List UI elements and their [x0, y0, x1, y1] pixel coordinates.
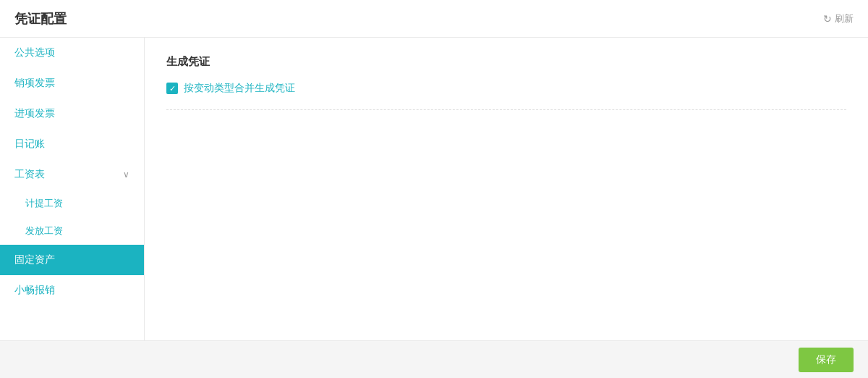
page-footer: 保存 — [0, 340, 868, 378]
sidebar-item-purchase-invoice[interactable]: 进项发票 — [0, 98, 144, 129]
sidebar-item-journal[interactable]: 日记账 — [0, 129, 144, 159]
merge-checkbox[interactable]: ✓ — [166, 83, 178, 94]
refresh-label: 刷新 — [835, 12, 854, 25]
chevron-down-icon: ∨ — [123, 169, 129, 180]
checkbox-row: ✓ 按变动类型合并生成凭证 — [166, 82, 846, 95]
sidebar: 公共选项销项发票进项发票日记账工资表∨计提工资发放工资固定资产小畅报销 — [0, 38, 145, 340]
sidebar-sub-item-pay-payroll[interactable]: 发放工资 — [0, 217, 144, 245]
sidebar-item-label: 日记账 — [14, 138, 45, 151]
sidebar-item-fixed-assets[interactable]: 固定资产 — [0, 245, 144, 275]
sidebar-item-sales-invoice[interactable]: 销项发票 — [0, 68, 144, 98]
page-container: 凭证配置 ↻ 刷新 公共选项销项发票进项发票日记账工资表∨计提工资发放工资固定资… — [0, 0, 868, 378]
save-button[interactable]: 保存 — [799, 348, 854, 372]
checkbox-label: 按变动类型合并生成凭证 — [184, 82, 295, 95]
page-title: 凭证配置 — [14, 10, 67, 28]
refresh-icon: ↻ — [823, 13, 832, 25]
body-container: 公共选项销项发票进项发票日记账工资表∨计提工资发放工资固定资产小畅报销 生成凭证… — [0, 38, 868, 340]
sidebar-item-label: 进项发票 — [14, 107, 55, 120]
sidebar-item-label: 小畅报销 — [14, 284, 55, 297]
divider — [166, 109, 846, 110]
check-mark-icon: ✓ — [169, 85, 176, 93]
refresh-button[interactable]: ↻ 刷新 — [823, 12, 854, 25]
sidebar-item-label: 公共选项 — [14, 46, 55, 59]
page-header: 凭证配置 ↻ 刷新 — [0, 0, 868, 38]
main-content: 生成凭证 ✓ 按变动类型合并生成凭证 — [145, 38, 868, 340]
sidebar-sub-item-calc-payroll[interactable]: 计提工资 — [0, 190, 144, 217]
sidebar-item-label: 销项发票 — [14, 77, 55, 90]
sidebar-item-payroll-table[interactable]: 工资表∨ — [0, 159, 144, 190]
sidebar-item-label: 固定资产 — [14, 253, 55, 266]
sidebar-item-label: 工资表 — [14, 168, 45, 181]
sidebar-item-public-options[interactable]: 公共选项 — [0, 38, 144, 68]
section-title: 生成凭证 — [166, 55, 846, 69]
sidebar-item-expense-report[interactable]: 小畅报销 — [0, 275, 144, 306]
